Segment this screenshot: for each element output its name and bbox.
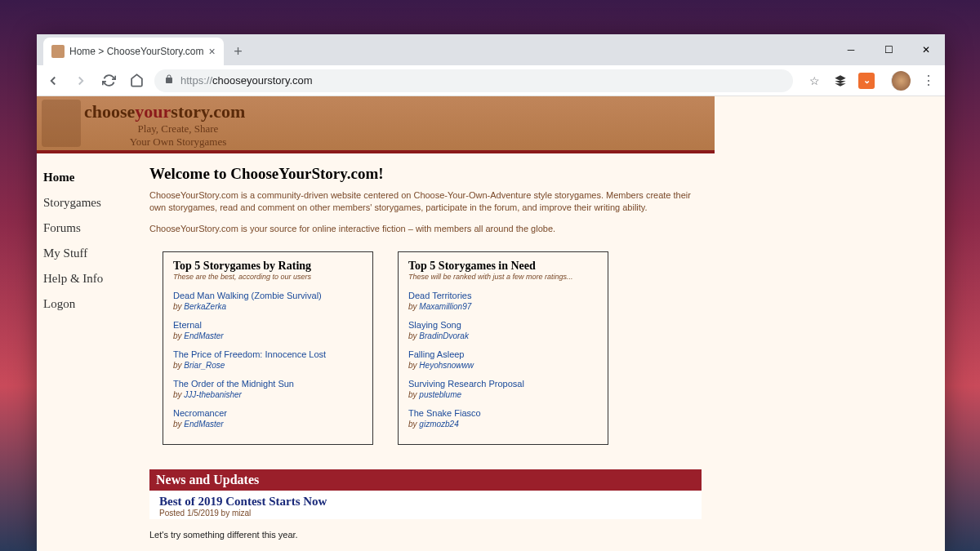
top5-rating-title: Top 5 Storygames by Rating (173, 260, 363, 273)
storygame-rating-byline: by EndMaster (173, 420, 363, 429)
news-header: News and Updates (149, 469, 702, 491)
storygame-need-author-link[interactable]: gizmozb24 (419, 420, 458, 429)
news-post-title[interactable]: Best of 2019 Contest Starts Now (159, 495, 695, 509)
storygame-need-link[interactable]: The Snake Fiasco (408, 408, 481, 418)
storygame-need-author-link[interactable]: BradinDvorak (419, 331, 469, 340)
top5-rating-box: Top 5 Storygames by Rating These are the… (163, 251, 373, 445)
close-window-button[interactable]: ✕ (907, 34, 945, 65)
minimize-button[interactable]: ─ (832, 34, 870, 65)
storygame-need-link[interactable]: Surviving Research Proposal (408, 379, 524, 389)
site-tagline-1: Play, Create, Share (84, 122, 272, 136)
storygame-need-author-link[interactable]: pusteblume (419, 390, 461, 399)
storygame-rating-author-link[interactable]: JJJ-thebanisher (184, 390, 242, 399)
storygame-rating-byline: by JJJ-thebanisher (173, 390, 363, 399)
favicon (51, 45, 65, 58)
forward-button[interactable] (71, 71, 91, 91)
intro-paragraph-2: ChooseYourStory.com is your source for o… (149, 223, 702, 235)
storygame-rating-author-link[interactable]: EndMaster (184, 331, 223, 340)
back-button[interactable] (43, 71, 63, 91)
nav-mystuff[interactable]: My Stuff (43, 241, 143, 266)
welcome-heading: Welcome to ChooseYourStory.com! (149, 165, 702, 183)
storygame-rating-item: Eternalby EndMaster (173, 317, 363, 340)
news-post-meta: Posted 1/5/2019 by mizal (159, 509, 695, 518)
url-text: https://chooseyourstory.com (180, 74, 313, 87)
maximize-button[interactable]: ☐ (870, 34, 907, 65)
storygame-need-byline: by gizmozb24 (408, 420, 598, 429)
nav-help[interactable]: Help & Info (43, 266, 143, 291)
url-field[interactable]: https://chooseyourstory.com (154, 69, 793, 92)
intro-paragraph-1: ChooseYourStory.com is a community-drive… (149, 189, 702, 215)
page-body: Home Storygames Forums My Stuff Help & I… (37, 153, 715, 551)
storygame-rating-link[interactable]: The Order of the Midnight Sun (173, 379, 294, 389)
new-tab-button[interactable]: + (227, 40, 250, 63)
storygame-need-item: The Snake Fiascoby gizmozb24 (408, 405, 598, 429)
home-button[interactable] (127, 71, 146, 91)
storygame-need-link[interactable]: Slaying Song (408, 320, 461, 330)
storygame-rating-link[interactable]: Eternal (173, 320, 202, 330)
lock-icon (164, 74, 174, 87)
profile-avatar[interactable] (891, 71, 911, 91)
nav-storygames[interactable]: Storygames (43, 190, 143, 216)
tab-title: Home > ChooseYourStory.com (69, 46, 203, 57)
main-content: Welcome to ChooseYourStory.com! ChooseYo… (143, 153, 715, 551)
sidebar-nav: Home Storygames Forums My Stuff Help & I… (37, 153, 143, 551)
storygame-need-author-link[interactable]: Heyohsnowww (419, 361, 474, 370)
storygame-rating-byline: by EndMaster (173, 331, 363, 340)
site-container: chooseyourstory.com Play, Create, Share … (37, 96, 715, 551)
top5-row: Top 5 Storygames by Rating These are the… (163, 251, 702, 445)
storygame-need-byline: by Maxamillion97 (408, 302, 598, 311)
browser-menu-button[interactable]: ⋮ (919, 73, 938, 88)
storygame-rating-author-link[interactable]: BerkaZerka (184, 302, 226, 311)
storygame-need-byline: by pusteblume (408, 390, 598, 399)
news-p1: Let's try something different this year. (149, 529, 692, 541)
news-post: Best of 2019 Contest Starts Now Posted 1… (149, 491, 702, 519)
buffer-ext-icon[interactable] (832, 73, 849, 89)
storygame-rating-author-link[interactable]: EndMaster (184, 420, 223, 429)
storygame-rating-link[interactable]: Dead Man Walking (Zombie Survival) (173, 291, 322, 300)
storygame-rating-link[interactable]: Necromancer (173, 408, 227, 418)
extension-icons: ☆ ⌄ (801, 73, 880, 89)
top5-rating-sub: These are the best, according to our use… (173, 273, 363, 281)
storygame-rating-link[interactable]: The Price of Freedom: Innocence Lost (173, 349, 326, 359)
pocket-ext-icon[interactable]: ⌄ (858, 73, 875, 89)
news-body: Let's try something different this year.… (149, 519, 702, 551)
reload-button[interactable] (99, 71, 118, 91)
page-content[interactable]: chooseyourstory.com Play, Create, Share … (37, 96, 945, 551)
storygame-need-link[interactable]: Dead Territories (408, 291, 471, 300)
star-icon[interactable]: ☆ (806, 73, 822, 89)
storygame-rating-item: The Price of Freedom: Innocence Lostby B… (173, 346, 363, 370)
storygame-rating-author-link[interactable]: Briar_Rose (184, 361, 225, 370)
storygame-rating-item: Dead Man Walking (Zombie Survival)by Ber… (173, 287, 363, 311)
storygame-need-item: Surviving Research Proposalby pusteblume (408, 375, 598, 399)
site-banner: chooseyourstory.com Play, Create, Share … (37, 96, 715, 153)
storygame-rating-byline: by BerkaZerka (173, 302, 363, 311)
site-tagline-2: Your Own Storygames (84, 136, 272, 149)
close-tab-icon[interactable]: × (208, 45, 215, 58)
storygame-need-author-link[interactable]: Maxamillion97 (419, 302, 471, 311)
browser-window: ─ ☐ ✕ Home > ChooseYourStory.com × + htt… (37, 34, 945, 551)
nav-logon[interactable]: Logon (43, 291, 143, 317)
tab-bar: Home > ChooseYourStory.com × + (37, 34, 945, 65)
storygame-need-item: Slaying Songby BradinDvorak (408, 317, 598, 340)
window-controls: ─ ☐ ✕ (832, 34, 945, 65)
top5-need-box: Top 5 Storygames in Need These will be r… (398, 251, 608, 445)
nav-forums[interactable]: Forums (43, 216, 143, 241)
storygame-need-byline: by BradinDvorak (408, 331, 598, 340)
top5-need-title: Top 5 Storygames in Need (408, 260, 598, 273)
storygame-rating-item: The Order of the Midnight Sunby JJJ-theb… (173, 375, 363, 399)
storygame-rating-byline: by Briar_Rose (173, 361, 363, 370)
storygame-need-link[interactable]: Falling Asleep (408, 349, 465, 359)
site-title: chooseyourstory.com (84, 101, 715, 122)
banner-illustration (42, 100, 81, 147)
browser-tab[interactable]: Home > ChooseYourStory.com × (43, 38, 224, 65)
storygame-need-item: Falling Asleepby Heyohsnowww (408, 346, 598, 370)
nav-home[interactable]: Home (43, 165, 143, 190)
address-bar: https://chooseyourstory.com ☆ ⌄ ⋮ (37, 65, 945, 96)
storygame-need-byline: by Heyohsnowww (408, 361, 598, 370)
storygame-rating-item: Necromancerby EndMaster (173, 405, 363, 429)
top5-need-sub: These will be ranked with just a few mor… (408, 273, 598, 281)
storygame-need-item: Dead Territoriesby Maxamillion97 (408, 287, 598, 311)
